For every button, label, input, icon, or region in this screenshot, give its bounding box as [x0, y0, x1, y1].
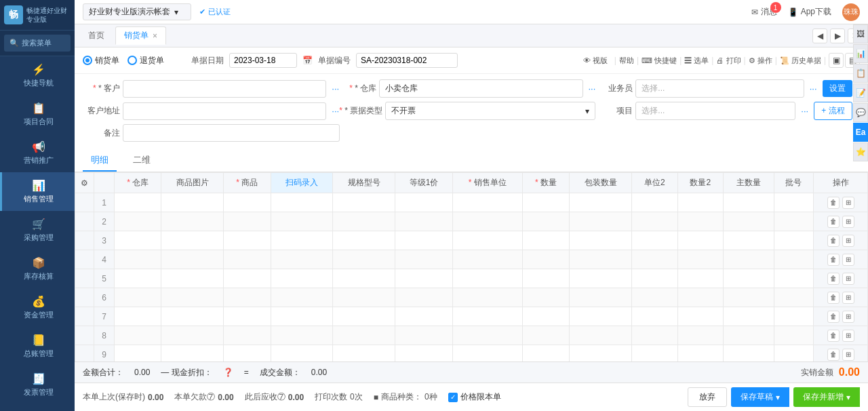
right-panel-btn-3[interactable]: 📋: [853, 64, 868, 83]
sidebar-item-marketing[interactable]: 📢 营销推广: [0, 134, 75, 172]
delete-icon-8[interactable]: 🗑: [827, 330, 840, 342]
row-qty2-2[interactable]: [677, 212, 723, 231]
copy-icon-1[interactable]: ⊞: [842, 197, 854, 209]
tab-prev-button[interactable]: ◀: [812, 28, 827, 43]
row-quantity-6[interactable]: [522, 288, 569, 307]
col-main-qty[interactable]: 主数量: [723, 173, 774, 193]
row-price1-3[interactable]: [395, 231, 452, 250]
delete-icon-1[interactable]: 🗑: [827, 197, 840, 209]
history-button[interactable]: 📜 历史单据: [780, 56, 821, 66]
col-product[interactable]: * 商品: [224, 173, 271, 193]
col-product-img[interactable]: 商品图片: [161, 173, 224, 193]
row-sale-unit-2[interactable]: [452, 212, 522, 231]
row-batch-3[interactable]: [774, 231, 813, 250]
row-pack-qty-3[interactable]: [570, 231, 632, 250]
row-batch-entry-8[interactable]: [271, 326, 333, 345]
sidebar-item-sales[interactable]: 📊 销售管理: [0, 172, 75, 211]
copy-icon-3[interactable]: ⊞: [842, 235, 854, 247]
row-quantity-9[interactable]: [522, 345, 569, 362]
row-unit2-9[interactable]: [632, 345, 677, 362]
row-warehouse-9[interactable]: [115, 345, 161, 362]
select-button[interactable]: ☰ 选单: [684, 56, 709, 66]
row-quantity-1[interactable]: [522, 193, 569, 212]
row-unit2-7[interactable]: [632, 307, 677, 326]
col-sale-unit[interactable]: * 销售单位: [452, 173, 522, 193]
delete-icon-9[interactable]: 🗑: [827, 349, 840, 361]
row-batch-7[interactable]: [774, 307, 813, 326]
row-unit2-5[interactable]: [632, 269, 677, 288]
col-batch[interactable]: 批号: [774, 173, 813, 193]
view-button[interactable]: 视版: [579, 54, 612, 67]
tab-detail[interactable]: 明细: [83, 150, 117, 172]
right-panel-btn-1[interactable]: 🖼: [853, 24, 868, 43]
row-spec-7[interactable]: [333, 307, 395, 326]
row-warehouse-4[interactable]: [115, 250, 161, 269]
copy-icon-4[interactable]: ⊞: [842, 254, 854, 266]
app-download-button[interactable]: 📱 App下载: [788, 6, 831, 18]
row-batch-6[interactable]: [774, 288, 813, 307]
save-new-button[interactable]: 保存并新增 ▾: [793, 387, 860, 407]
row-spec-2[interactable]: [333, 212, 395, 231]
row-pack-qty-5[interactable]: [570, 269, 632, 288]
sidebar-item-purchase[interactable]: 🛒 采购管理: [0, 211, 75, 250]
copy-icon-6[interactable]: ⊞: [842, 292, 854, 304]
row-sale-unit-5[interactable]: [452, 269, 522, 288]
row-sale-unit-7[interactable]: [452, 307, 522, 326]
row-unit2-4[interactable]: [632, 250, 677, 269]
row-unit2-3[interactable]: [632, 231, 677, 250]
row-batch-entry-2[interactable]: [271, 212, 333, 231]
message-button[interactable]: ✉ 消息 1: [751, 6, 777, 18]
row-batch-entry-4[interactable]: [271, 250, 333, 269]
warehouse-dots-button[interactable]: ···: [589, 83, 596, 94]
abandon-button[interactable]: 放弃: [688, 387, 727, 407]
row-price1-8[interactable]: [395, 326, 452, 345]
row-product-img-1[interactable]: [161, 193, 224, 212]
row-price1-7[interactable]: [395, 307, 452, 326]
delete-icon-7[interactable]: 🗑: [827, 311, 840, 323]
row-spec-5[interactable]: [333, 269, 395, 288]
row-qty2-4[interactable]: [677, 250, 723, 269]
help-button[interactable]: 帮助: [619, 56, 634, 66]
row-product-5[interactable]: [224, 269, 271, 288]
row-spec-6[interactable]: [333, 288, 395, 307]
row-batch-9[interactable]: [774, 345, 813, 362]
user-avatar[interactable]: 珠珠: [842, 3, 860, 21]
row-main-qty-3[interactable]: [723, 231, 774, 250]
row-main-qty-5[interactable]: [723, 269, 774, 288]
delete-icon-3[interactable]: 🗑: [827, 235, 840, 247]
project-input[interactable]: 选择...: [635, 102, 795, 120]
radio-sale-order[interactable]: 销货单: [83, 55, 119, 66]
price-check-item[interactable]: ✓ 价格限本单: [448, 391, 501, 403]
sidebar-item-tax[interactable]: 🏦 税务管理: [0, 404, 75, 411]
row-price1-2[interactable]: [395, 212, 452, 231]
row-warehouse-8[interactable]: [115, 326, 161, 345]
delete-icon-2[interactable]: 🗑: [827, 216, 840, 228]
row-batch-entry-7[interactable]: [271, 307, 333, 326]
customer-dots-button[interactable]: ···: [332, 83, 339, 94]
copy-icon-7[interactable]: ⊞: [842, 311, 854, 323]
row-warehouse-5[interactable]: [115, 269, 161, 288]
row-price1-4[interactable]: [395, 250, 452, 269]
row-main-qty-2[interactable]: [723, 212, 774, 231]
warehouse-input[interactable]: 小卖仓库: [379, 79, 583, 98]
row-pack-qty-9[interactable]: [570, 345, 632, 362]
col-spec[interactable]: 规格型号: [333, 173, 395, 193]
row-main-qty-1[interactable]: [723, 193, 774, 212]
row-product-img-2[interactable]: [161, 212, 224, 231]
tab-close-button[interactable]: ×: [153, 31, 157, 41]
row-pack-qty-2[interactable]: [570, 212, 632, 231]
row-warehouse-7[interactable]: [115, 307, 161, 326]
staff-dots-button[interactable]: ···: [810, 83, 817, 94]
row-batch-2[interactable]: [774, 212, 813, 231]
row-batch-entry-3[interactable]: [271, 231, 333, 250]
row-pack-qty-7[interactable]: [570, 307, 632, 326]
row-product-3[interactable]: [224, 231, 271, 250]
sidebar-item-accounting[interactable]: 📒 总账管理: [0, 327, 75, 366]
sidebar-item-project[interactable]: 📋 项目合同: [0, 95, 75, 134]
sidebar-item-quick-nav[interactable]: ⚡ 快捷导航: [0, 56, 75, 95]
row-warehouse-3[interactable]: [115, 231, 161, 250]
row-qty2-6[interactable]: [677, 288, 723, 307]
row-pack-qty-4[interactable]: [570, 250, 632, 269]
copy-icon-2[interactable]: ⊞: [842, 216, 854, 228]
radio-return-order[interactable]: 退货单: [127, 55, 164, 66]
